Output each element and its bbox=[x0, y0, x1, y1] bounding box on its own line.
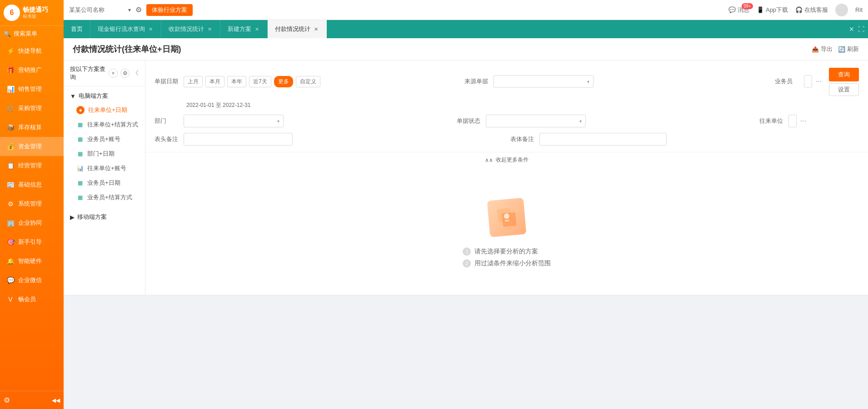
sidebar-item-hardware[interactable]: 🔔智能硬件 bbox=[0, 252, 64, 271]
empty-state-tips: 1 请先选择要分析的方案 2 用过滤条件来缩小分析范围 bbox=[463, 247, 551, 268]
sidebar-item-label-finance: 资金管理 bbox=[18, 142, 42, 151]
filter-settings-btn[interactable]: 设置 bbox=[829, 83, 859, 96]
tab-label-home: 首页 bbox=[71, 25, 83, 33]
tab-payment-stats[interactable]: 付款情况统计✕ bbox=[268, 20, 327, 38]
sidebar-item-inventory[interactable]: 📦库存核算 bbox=[0, 118, 64, 137]
filter-form: 单据日期 上月 本月 本年 近7天 更多 自定义 bbox=[145, 61, 868, 152]
query-btn[interactable]: 查询 bbox=[829, 68, 859, 81]
sidebar-item-quick-nav[interactable]: ⚡快捷导航 bbox=[0, 41, 64, 61]
message-btn[interactable]: 💬 消息 99+ bbox=[728, 6, 749, 14]
page-header: 付款情况统计(往来单位+日期) 📤 导出 🔄 刷新 bbox=[64, 38, 868, 61]
scheme-collapse-btn[interactable]: 《 bbox=[132, 69, 139, 77]
scheme-add-btn[interactable]: + bbox=[109, 69, 118, 78]
scheme-item-icon-counter-date: ● bbox=[76, 106, 85, 114]
inventory-icon: 📦 bbox=[6, 123, 15, 131]
date-range-display: 2022-01-01 至 2022-12-31 bbox=[186, 101, 859, 109]
dept-select[interactable]: ▾ bbox=[184, 115, 284, 127]
tab-close-all-btn[interactable]: ✕ bbox=[849, 25, 854, 33]
export-label: 导出 bbox=[821, 45, 833, 53]
sidebar-item-enterprise[interactable]: 🏢企业协同 bbox=[0, 213, 64, 232]
date-btn-last-month[interactable]: 上月 bbox=[184, 76, 203, 87]
empty-tip-2: 2 用过滤条件来缩小分析范围 bbox=[463, 259, 551, 268]
head-note-label: 表头备注 bbox=[155, 135, 180, 143]
scheme-item-counter-date[interactable]: ●往来单位+日期 bbox=[64, 103, 145, 117]
sidebar-settings-btn[interactable]: ⚙ bbox=[4, 396, 10, 404]
sidebar-item-marketing[interactable]: 🎁营销推广 bbox=[0, 61, 64, 80]
sidebar-item-label-member: 畅会员 bbox=[18, 295, 36, 303]
scheme-item-label-counter-date: 往来单位+日期 bbox=[88, 106, 127, 114]
tab-close-new-plan[interactable]: ✕ bbox=[254, 26, 260, 33]
sidebar-logo: 6 畅捷通巧 标准版 bbox=[0, 0, 64, 26]
export-btn[interactable]: 📤 导出 bbox=[812, 45, 833, 53]
scheme-panel: 按以下方案查询 + ⚙ 《 ▼ 电脑端方案 ●往来单位+日期▦往来单位+结算方式… bbox=[64, 61, 145, 295]
sidebar-collapse-btn[interactable]: ◀◀ bbox=[52, 397, 60, 404]
body-note-input[interactable] bbox=[539, 133, 667, 146]
date-btn-more[interactable]: 更多 bbox=[274, 76, 293, 87]
sidebar-item-sales[interactable]: 📊销售管理 bbox=[0, 80, 64, 99]
wechat-icon: 💬 bbox=[6, 276, 15, 284]
topbar-settings-icon[interactable]: ⚙ bbox=[135, 5, 142, 14]
scheme-mobile-section: ▶ 移动端方案 bbox=[64, 207, 145, 227]
empty-state-image bbox=[479, 195, 534, 240]
date-btn-this-month[interactable]: 本月 bbox=[205, 76, 224, 87]
dept-select-arrow: ▾ bbox=[277, 119, 279, 124]
counter-select[interactable] bbox=[788, 115, 797, 127]
scheme-item-counter-account[interactable]: 📊往来单位+账号 bbox=[64, 161, 145, 176]
sidebar-item-guide[interactable]: 🎯新手引导 bbox=[0, 232, 64, 252]
message-badge: 99+ bbox=[742, 3, 753, 9]
scheme-item-staff-settle[interactable]: ▦业务员+结算方式 bbox=[64, 190, 145, 205]
sidebar-item-purchase[interactable]: 🛒采购管理 bbox=[0, 99, 64, 118]
tab-close-receipt-stats[interactable]: ✕ bbox=[207, 26, 213, 33]
scheme-item-counter-settle[interactable]: ▦往来单位+结算方式 bbox=[64, 117, 145, 132]
scheme-pc-header[interactable]: ▼ 电脑端方案 bbox=[64, 89, 145, 103]
source-select[interactable]: ▾ bbox=[494, 75, 594, 88]
tab-new-plan[interactable]: 新建方案✕ bbox=[220, 20, 268, 38]
tab-receipt-stats[interactable]: 收款情况统计✕ bbox=[161, 20, 220, 38]
tab-fullscreen-btn[interactable]: ⛶ bbox=[858, 25, 864, 33]
tab-label-payment-stats: 付款情况统计 bbox=[275, 25, 310, 33]
guide-icon: 🎯 bbox=[6, 238, 15, 246]
date-btn-custom[interactable]: 自定义 bbox=[296, 76, 320, 87]
staff-select[interactable] bbox=[804, 75, 812, 88]
head-note-input[interactable] bbox=[184, 133, 293, 146]
date-btn-7days[interactable]: 近7天 bbox=[249, 76, 271, 87]
scheme-item-dept-date[interactable]: ▦部门+日期 bbox=[64, 146, 145, 161]
sidebar-item-operations[interactable]: 📋经营管理 bbox=[0, 156, 64, 175]
scheme-mobile-arrow: ▶ bbox=[70, 214, 75, 221]
scheme-item-label-counter-account: 往来单位+账号 bbox=[87, 164, 126, 172]
scheme-mobile-header[interactable]: ▶ 移动端方案 bbox=[64, 210, 145, 224]
collapse-more-label: 收起更多条件 bbox=[496, 156, 529, 164]
tip-1-text: 请先选择要分析的方案 bbox=[474, 247, 538, 256]
tab-close-bank-flow[interactable]: ✕ bbox=[148, 26, 154, 33]
sidebar-item-member[interactable]: V畅会员 bbox=[0, 290, 64, 309]
tip-1-num: 1 bbox=[463, 247, 471, 256]
app-download-btn[interactable]: 📱 App下载 bbox=[757, 6, 788, 14]
sidebar-item-label-basic: 基础信息 bbox=[18, 181, 42, 189]
tip-2-num: 2 bbox=[463, 259, 471, 268]
date-btn-this-year[interactable]: 本年 bbox=[227, 76, 246, 87]
scheme-item-staff-account[interactable]: ▦业务员+账号 bbox=[64, 132, 145, 146]
counter-dots[interactable]: ··· bbox=[800, 117, 806, 125]
sidebar-item-label-operations: 经营管理 bbox=[18, 162, 42, 170]
main-area: 某某公司名称 ▾ ⚙ 体验行业方案 💬 消息 99+ 📱 App下载 🎧 在线客… bbox=[64, 0, 868, 409]
staff-dots[interactable]: ··· bbox=[816, 77, 822, 86]
tab-home[interactable]: 首页 bbox=[64, 20, 90, 38]
sidebar-search[interactable]: 🔍 搜索菜单 bbox=[0, 26, 64, 41]
trial-btn[interactable]: 体验行业方案 bbox=[146, 4, 193, 16]
topbar-dropdown-btn[interactable]: ▾ bbox=[128, 7, 131, 13]
staff-label: 业务员 bbox=[775, 77, 800, 86]
refresh-icon: 🔄 bbox=[838, 46, 845, 53]
service-btn[interactable]: 🎧 在线客服 bbox=[795, 6, 828, 14]
sidebar-item-system[interactable]: ⚙系统管理 bbox=[0, 194, 64, 213]
counter-label: 往来单位 bbox=[759, 117, 785, 125]
sidebar-item-wechat[interactable]: 💬企业微信 bbox=[0, 271, 64, 290]
status-select[interactable]: ▾ bbox=[486, 115, 586, 127]
sidebar-item-basic[interactable]: 📰基础信息 bbox=[0, 175, 64, 194]
refresh-btn[interactable]: 🔄 刷新 bbox=[838, 45, 859, 53]
tab-bank-flow[interactable]: 现金银行流水查询✕ bbox=[90, 20, 161, 38]
sidebar-item-finance[interactable]: 💰资金管理 bbox=[0, 137, 64, 156]
tab-close-payment-stats[interactable]: ✕ bbox=[313, 26, 319, 33]
scheme-settings-btn[interactable]: ⚙ bbox=[120, 69, 130, 78]
scheme-item-staff-date[interactable]: ▦业务员+日期 bbox=[64, 176, 145, 190]
collapse-more-btn[interactable]: ∧∧ 收起更多条件 bbox=[145, 152, 868, 167]
